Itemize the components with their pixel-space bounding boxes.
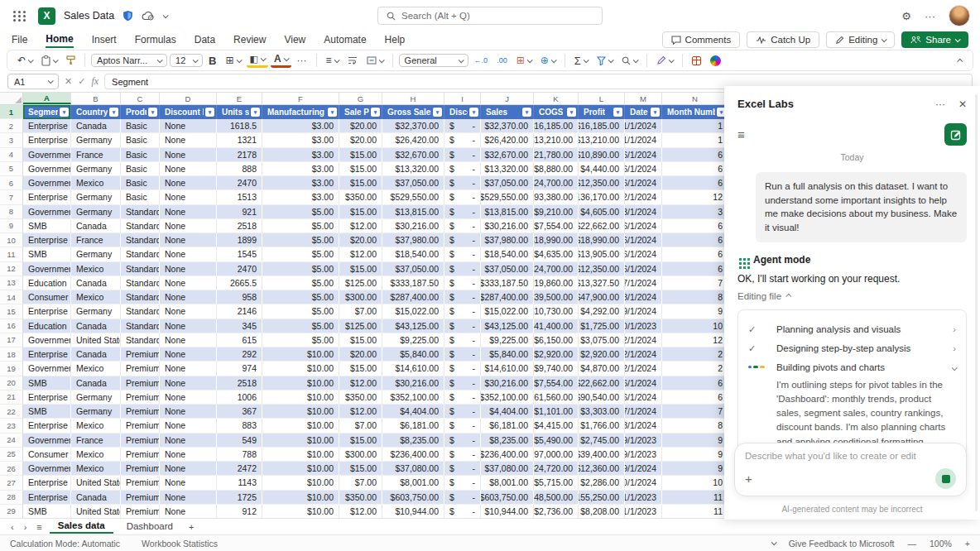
cell-C19[interactable]: Premium <box>121 362 160 376</box>
cell-D10[interactable]: None <box>160 233 217 247</box>
cell-N13[interactable]: 7 <box>662 276 728 290</box>
cell-I26[interactable]: $- <box>444 462 481 476</box>
cell-L19[interactable]: $4,870.00 <box>579 362 625 376</box>
cell-C6[interactable]: Basic <box>121 176 160 190</box>
cell-J19[interactable]: $14,610.00 <box>481 362 534 376</box>
cell-G20[interactable]: $12.00 <box>339 376 382 390</box>
cell-N15[interactable]: 9 <box>662 304 728 319</box>
cell-F19[interactable]: $10.00 <box>262 362 339 376</box>
cell-N8[interactable]: 3 <box>662 205 728 219</box>
cell-K24[interactable]: $5,490.00 <box>534 434 579 448</box>
cell-A19[interactable]: Government <box>23 362 71 376</box>
cell-D9[interactable]: None <box>160 219 217 233</box>
name-box[interactable]: A1 <box>7 74 59 89</box>
cell-M22[interactable]: 7/1/2024 <box>625 405 662 419</box>
cell-B3[interactable]: Germany <box>71 133 121 147</box>
cell-C13[interactable]: Standard <box>121 276 160 290</box>
cell-C4[interactable]: Basic <box>121 148 160 162</box>
cell-I19[interactable]: $- <box>444 362 481 376</box>
cell-G18[interactable]: $20.00 <box>339 347 382 362</box>
cell-I2[interactable]: $- <box>444 119 481 133</box>
cell-L22[interactable]: $3,303.00 <box>579 405 625 419</box>
cell-L5[interactable]: $4,440.00 <box>579 162 625 176</box>
editing-file-toggle[interactable]: Editing file <box>737 291 967 301</box>
cell-G10[interactable]: $20.00 <box>339 233 382 247</box>
cell-D26[interactable]: None <box>160 462 217 476</box>
chat-input-box[interactable]: Describe what you'd like to create or ed… <box>734 443 967 496</box>
cell-L24[interactable]: $2,745.00 <box>579 434 625 448</box>
cell-D21[interactable]: None <box>160 390 217 405</box>
cell-K16[interactable]: $41,400.00 <box>534 319 579 333</box>
cell-G14[interactable]: $300.00 <box>339 290 382 304</box>
cell-H26[interactable]: $37,080.00 <box>382 462 444 476</box>
cell-D15[interactable]: None <box>160 304 217 319</box>
increase-decimal-button[interactable]: ←.0 <box>471 55 492 66</box>
cell-B25[interactable]: Mexico <box>71 448 121 462</box>
cell-A10[interactable]: Enterprise <box>23 233 71 247</box>
new-chat-button[interactable] <box>944 123 967 146</box>
feedback-link[interactable]: Give Feedback to Microsoft <box>789 539 895 549</box>
cell-G15[interactable]: $7.00 <box>339 304 382 319</box>
cell-K13[interactable]: $319,860.00 <box>534 276 579 290</box>
zoom-out-icon[interactable]: — <box>908 539 917 549</box>
cell-I3[interactable]: $- <box>444 133 481 147</box>
cell-J27[interactable]: $8,001.00 <box>481 476 534 490</box>
cell-F6[interactable]: $3.00 <box>262 176 339 190</box>
cell-K17[interactable]: $6,150.00 <box>534 333 579 347</box>
cell-B12[interactable]: Mexico <box>71 262 121 276</box>
cell-D11[interactable]: None <box>160 247 217 261</box>
cell-G17[interactable]: $15.00 <box>339 333 382 347</box>
menu-insert[interactable]: Insert <box>92 32 117 47</box>
cell-N5[interactable]: 6 <box>662 162 728 176</box>
filter-button-B[interactable]: ▾ <box>109 108 118 117</box>
cell-H9[interactable]: $30,216.00 <box>382 219 444 233</box>
cell-H4[interactable]: $32,670.00 <box>382 148 444 162</box>
merge-center-button[interactable] <box>363 55 387 66</box>
cell-K6[interactable]: $24,700.00 <box>534 176 579 190</box>
row-header-27[interactable]: 27 <box>0 476 23 490</box>
cell-N10[interactable]: 6 <box>662 233 728 247</box>
column-header-H[interactable]: H <box>382 93 444 104</box>
cell-J9[interactable]: $30,216.00 <box>481 219 534 233</box>
cell-B16[interactable]: Canada <box>71 319 121 333</box>
cell-K1[interactable]: COGS▾ <box>534 105 579 119</box>
cell-I13[interactable]: $- <box>444 276 481 290</box>
cell-E25[interactable]: 788 <box>217 448 262 462</box>
cell-F21[interactable]: $10.00 <box>262 390 339 405</box>
cell-F15[interactable]: $5.00 <box>262 304 339 319</box>
sheet-tab-dashboard[interactable]: Dashboard <box>118 520 181 533</box>
cell-A16[interactable]: Education <box>23 319 71 333</box>
cell-A20[interactable]: SMB <box>23 376 71 390</box>
cell-F23[interactable]: $10.00 <box>262 419 339 433</box>
row-header-22[interactable]: 22 <box>0 405 23 419</box>
cell-K7[interactable]: $393,380.00 <box>534 190 579 204</box>
filter-button-D[interactable]: ▾ <box>205 108 214 117</box>
font-size-select[interactable]: 12 <box>170 54 203 67</box>
cell-E7[interactable]: 1513 <box>217 190 262 204</box>
cell-I20[interactable]: $- <box>444 376 481 390</box>
cell-L6[interactable]: $12,350.00 <box>579 176 625 190</box>
cell-D4[interactable]: None <box>160 148 217 162</box>
cell-E29[interactable]: 912 <box>217 505 262 518</box>
cell-C8[interactable]: Standard <box>121 205 160 219</box>
filter-button-K[interactable]: ▾ <box>567 108 576 117</box>
cell-B10[interactable]: France <box>71 233 121 247</box>
menu-data[interactable]: Data <box>195 32 215 47</box>
settings-gear-icon[interactable]: ⚙ <box>901 10 911 22</box>
cell-A14[interactable]: Consumer <box>23 290 71 304</box>
menu-formulas[interactable]: Formulas <box>135 32 176 47</box>
row-header-6[interactable]: 6 <box>0 176 23 190</box>
cell-L20[interactable]: $22,662.00 <box>579 376 625 390</box>
row-header-19[interactable]: 19 <box>0 362 23 376</box>
column-header-N[interactable]: N <box>662 93 728 104</box>
cell-G22[interactable]: $12.00 <box>339 405 382 419</box>
cell-A5[interactable]: Government <box>23 162 71 176</box>
cell-H2[interactable]: $32,370.00 <box>382 119 444 133</box>
cell-M18[interactable]: 2/1/2024 <box>625 347 662 362</box>
cell-D2[interactable]: None <box>160 119 217 133</box>
cell-H3[interactable]: $26,420.00 <box>382 133 444 147</box>
cell-J24[interactable]: $8,235.00 <box>481 434 534 448</box>
cell-I1[interactable]: Discounts▾ <box>444 105 481 119</box>
cell-N26[interactable]: 9 <box>662 462 728 476</box>
menu-home[interactable]: Home <box>46 31 73 48</box>
